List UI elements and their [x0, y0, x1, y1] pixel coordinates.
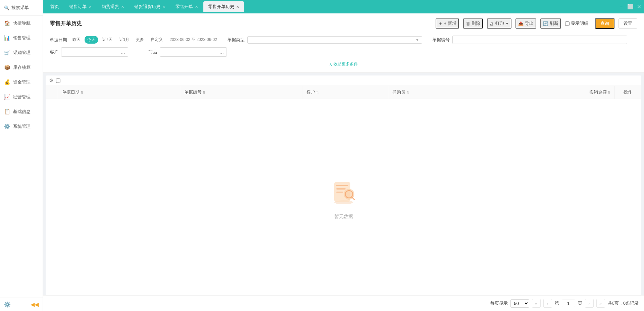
select-all-checkbox[interactable] [56, 79, 60, 83]
settings-icon[interactable]: ⚙️ [4, 301, 11, 308]
number-filter-field: 单据编号 [432, 36, 627, 44]
nav-icon-sys-mgmt: ⚙️ [4, 123, 10, 129]
nav-label-sys-mgmt: 系统管理 [13, 123, 31, 129]
sidebar-item-sys-mgmt[interactable]: ⚙️系统管理 [0, 119, 43, 134]
sort-number-icon: ⇅ [203, 91, 205, 94]
date-quick-btns: 昨天 今天 近7天 近1月 更多 自定义 [70, 36, 165, 44]
svg-rect-3 [336, 188, 346, 190]
date-custom[interactable]: 自定义 [148, 36, 165, 44]
customer-dots-icon[interactable]: ... [121, 49, 125, 55]
add-button[interactable]: ＋ + 新增 [436, 18, 459, 29]
date-more[interactable]: 更多 [133, 36, 147, 44]
tab-retail-open[interactable]: 零售开单✕ [171, 1, 203, 12]
number-input-wrap [452, 36, 627, 44]
nav-icon-sales-mgmt: 📊 [4, 35, 10, 41]
maximize-icon[interactable]: ⬜ [627, 4, 634, 10]
search-icon: 🔍 [4, 5, 9, 10]
per-page-label: 每页显示 [490, 300, 508, 306]
tab-sales-return-history[interactable]: 销货退货历史✕ [130, 1, 170, 12]
per-page-select[interactable]: 50 10 20 100 [510, 299, 529, 308]
tab-bar: 首页销售订单✕销货退货✕销货退货历史✕零售开单✕零售开单历史✕ － ⬜ ✕ [43, 0, 644, 13]
toolbar: ＋ + 新增 🗑 删除 🖨 打印 ▼ 📤 导出 [436, 18, 637, 29]
sidebar-item-finance[interactable]: 💰资金管理 [0, 75, 43, 90]
sidebar-item-purchase-mgmt[interactable]: 🛒采购管理 [0, 45, 43, 60]
print-icon: 🖨 [490, 21, 494, 26]
sidebar-item-sales-mgmt[interactable]: 📊销售管理 [0, 31, 43, 45]
column-settings-icon[interactable]: ⚙ [49, 77, 53, 84]
tab-label-sales-order: 销售订单 [69, 4, 87, 10]
refresh-icon: 🔄 [543, 21, 548, 26]
sidebar-search[interactable]: 🔍 搜索采单 [0, 0, 43, 16]
empty-text: 暂无数据 [334, 214, 353, 220]
table-container: ⚙ 单据日期 ⇅ 单据编 [46, 75, 641, 295]
close-icon[interactable]: ✕ [637, 4, 641, 10]
tab-close-sales-order[interactable]: ✕ [89, 5, 92, 9]
query-button[interactable]: 查询 [595, 18, 614, 29]
date-7days[interactable]: 近7天 [99, 36, 115, 44]
type-label: 单据类型 [227, 37, 245, 43]
date-today[interactable]: 今天 [85, 36, 98, 44]
collapse-bar[interactable]: ∧ 收起更多条件 [50, 60, 637, 69]
prev-page-btn[interactable]: ‹ [543, 299, 552, 308]
th-amount[interactable]: 实销金额 ⇅ [492, 86, 614, 99]
sidebar-item-quick-nav[interactable]: 🏠快捷导航 [0, 16, 43, 31]
customer-input[interactable] [64, 50, 121, 55]
settings-button[interactable]: 设置 [618, 18, 637, 29]
export-button[interactable]: 📤 导出 [515, 18, 536, 29]
goods-label: 商品 [148, 49, 157, 55]
tab-sales-return[interactable]: 销货退货✕ [97, 1, 129, 12]
sidebar-item-operations[interactable]: 📈经营管理 [0, 90, 43, 104]
tab-close-retail-open[interactable]: ✕ [195, 5, 198, 9]
first-page-btn[interactable]: « [532, 299, 541, 308]
th-customer[interactable]: 客户 ⇅ [302, 86, 388, 99]
th-check [46, 86, 58, 99]
type-select[interactable]: ▼ [247, 36, 422, 44]
tab-close-sales-return[interactable]: ✕ [121, 5, 124, 9]
delete-button[interactable]: 🗑 删除 [463, 18, 483, 29]
next-page-btn[interactable]: › [585, 299, 594, 308]
number-input[interactable] [455, 37, 624, 42]
customer-filter-field: 客户 ... [50, 47, 128, 57]
type-filter-field: 单据类型 ▼ [227, 36, 422, 44]
tab-close-sales-return-history[interactable]: ✕ [162, 5, 165, 9]
filter-area: 单据日期 昨天 今天 近7天 近1月 更多 自定义 2023-06-02 至 2… [50, 32, 637, 72]
sort-customer-icon: ⇅ [316, 91, 319, 94]
collapse-sidebar-icon[interactable]: ◀◀ [31, 301, 39, 308]
nav-icon-finance: 💰 [4, 79, 10, 85]
th-date[interactable]: 单据日期 ⇅ [58, 86, 180, 99]
page-number-input[interactable] [562, 300, 575, 307]
export-icon: 📤 [518, 21, 524, 26]
sidebar-item-basic-info[interactable]: 📋基础信息 [0, 104, 43, 119]
print-button[interactable]: 🖨 打印 ▼ [487, 18, 511, 29]
sidebar-item-inventory[interactable]: 📦库存核算 [0, 60, 43, 75]
empty-state: 暂无数据 [46, 99, 641, 295]
goods-input[interactable] [163, 50, 219, 55]
page-header: 零售开单历史 ＋ + 新增 🗑 删除 🖨 打印 ▼ [43, 13, 644, 73]
type-dropdown-icon: ▼ [415, 38, 419, 42]
page-label: 第 [555, 300, 559, 306]
refresh-button[interactable]: 🔄 刷新 [540, 18, 561, 29]
tab-label-retail-history: 零售开单历史 [208, 4, 234, 10]
customer-input-wrap: ... [61, 47, 128, 57]
display-detail-checkbox[interactable] [565, 21, 569, 26]
th-number[interactable]: 单据编号 ⇅ [180, 86, 302, 99]
tab-retail-history[interactable]: 零售开单历史✕ [203, 1, 244, 12]
date-1month[interactable]: 近1月 [116, 36, 132, 44]
nav-label-finance: 资金管理 [13, 79, 31, 85]
page-unit: 页 [578, 300, 582, 306]
collapse-icon: ∧ [329, 62, 332, 67]
print-dropdown-icon: ▼ [505, 22, 509, 25]
goods-dots-icon[interactable]: ... [219, 49, 224, 55]
date-yesterday[interactable]: 昨天 [70, 36, 83, 44]
tab-sales-order[interactable]: 销售订单✕ [64, 1, 96, 12]
add-icon: ＋ [438, 20, 443, 27]
nav-label-operations: 经营管理 [13, 94, 31, 100]
date-filter-field: 单据日期 昨天 今天 近7天 近1月 更多 自定义 2023-06-02 至 2… [50, 36, 217, 44]
display-detail-toggle[interactable]: 显示明细 [565, 20, 588, 27]
tab-close-retail-history[interactable]: ✕ [236, 5, 239, 9]
minimize-icon[interactable]: － [619, 4, 624, 10]
last-page-btn[interactable]: » [596, 299, 605, 308]
th-salesperson[interactable]: 导购员 ⇅ [388, 86, 492, 99]
nav-label-purchase-mgmt: 采购管理 [13, 50, 31, 56]
tab-home[interactable]: 首页 [46, 1, 64, 12]
